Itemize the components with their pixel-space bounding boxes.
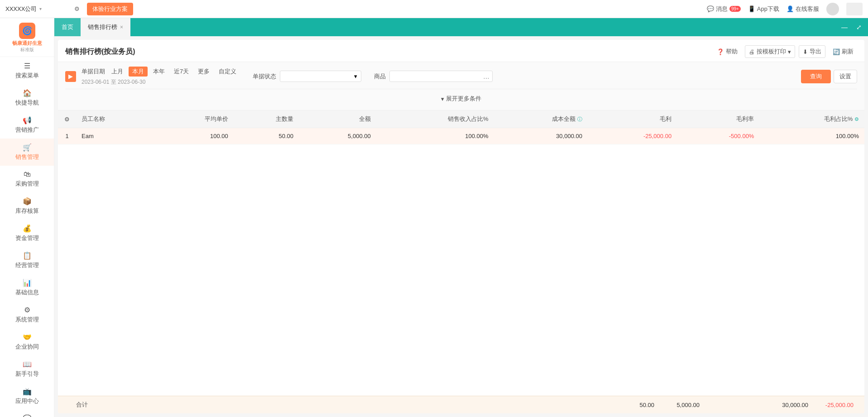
status-select-arrow: ▾ [354, 73, 357, 80]
date-tab-more[interactable]: 更多 [194, 67, 213, 77]
cell-cost: 30,000.00 [494, 128, 588, 144]
sidebar-item-apps[interactable]: 📺 应用中心 [0, 383, 54, 410]
sidebar-item-basic-info[interactable]: 📊 基础信息 [0, 274, 54, 301]
app-download-button[interactable]: 📱 App下载 [748, 5, 779, 13]
filter-row-1: ▶ 单据日期 上月 本月 本年 近7天 更多 自定义 [65, 67, 857, 86]
expand-chevron-icon: ▾ [441, 96, 444, 102]
date-range-display: 2023-06-01 至 2023-06-30 [82, 78, 240, 86]
sidebar-item-label: 系统管理 [15, 316, 39, 324]
main-layout: 🌀 畅康通好生意 标准版 ☰ 搜索菜单 🏠 快捷导航 📢 营销推广 🛒 销售管理… [0, 18, 868, 417]
collab-icon: 🤝 [23, 333, 32, 341]
filter-settings-button[interactable]: 设置 [834, 70, 857, 83]
query-button[interactable]: 查询 [801, 70, 831, 83]
sidebar-item-marketing[interactable]: 📢 营销推广 [0, 111, 54, 139]
tab-sales-ranking[interactable]: 销售排行榜 × [81, 18, 130, 36]
online-service-button[interactable]: 👤 在线客服 [786, 5, 819, 13]
footer-cost: 30,000.00 [768, 402, 814, 408]
col-margin: 毛利率 [677, 110, 759, 128]
col-sales-pct: 销售收入占比% [376, 110, 494, 128]
footer-amount: 5,000.00 [660, 402, 705, 408]
goods-input-wrapper: ... [389, 71, 492, 82]
sidebar-item-label: 采购管理 [15, 180, 39, 188]
date-tab-custom[interactable]: 自定义 [215, 67, 240, 77]
table-body: 1 Eam 100.00 50.00 5,000.00 100.00% 30,0… [58, 128, 864, 144]
table-row[interactable]: 1 Eam 100.00 50.00 5,000.00 100.00% 30,0… [58, 128, 864, 144]
print-icon: 🖨 [749, 48, 755, 55]
settings-icon[interactable]: ⚙ [71, 3, 83, 15]
home-icon: 🏠 [23, 89, 32, 97]
service-icon: 👤 [786, 5, 794, 12]
avatar[interactable] [826, 3, 839, 15]
expand-more-button[interactable]: ▾ 展开更多条件 [438, 92, 484, 105]
sidebar-item-system[interactable]: ⚙ 系统管理 [0, 301, 54, 328]
filter-arrow-button[interactable]: ▶ [65, 71, 76, 82]
print-label: 按模板打印 [757, 48, 786, 56]
sidebar-item-inventory[interactable]: 📦 库存核算 [0, 192, 54, 220]
goods-input[interactable] [390, 71, 480, 81]
sidebar-item-finance[interactable]: 💰 资金管理 [0, 220, 54, 247]
sidebar-item-operations[interactable]: 📋 经营管理 [0, 247, 54, 274]
cell-profit-pct: 100.00% [759, 128, 864, 144]
status-select[interactable]: ▾ [280, 71, 361, 82]
table-container: ⚙ 员工名称 平均单价 主数量 全额 销售收入占比% 成本全额 ⓘ 毛利 毛利率… [58, 110, 864, 396]
refresh-label: 刷新 [842, 48, 854, 56]
page-header: 销售排行榜(按业务员) ❓ 帮助 🖨 按模板打印 ▾ ⬇ 导出 [58, 40, 864, 62]
help-icon: ❓ [717, 48, 724, 55]
page-actions: ❓ 帮助 🖨 按模板打印 ▾ ⬇ 导出 🔄 刷新 [713, 45, 857, 58]
goods-filter-label: 商品 [374, 72, 386, 81]
tab-minimize-icon[interactable]: — [839, 22, 850, 33]
goods-dots[interactable]: ... [480, 72, 492, 81]
sidebar-item-label: 基础信息 [15, 288, 39, 297]
sidebar-item-nav[interactable]: 🏠 快捷导航 [0, 84, 54, 111]
sidebar: 🌀 畅康通好生意 标准版 ☰ 搜索菜单 🏠 快捷导航 📢 营销推广 🛒 销售管理… [0, 18, 54, 417]
sidebar-item-label: 经营管理 [15, 261, 39, 269]
chevron-down-icon: ▾ [39, 6, 42, 11]
sidebar-item-collab[interactable]: 🤝 企业协同 [0, 328, 54, 355]
sidebar-item-guide[interactable]: 📖 新手引导 [0, 355, 54, 383]
date-filter-row: 单据日期 上月 本月 本年 近7天 更多 自定义 [82, 67, 240, 77]
operations-icon: 📋 [23, 251, 32, 260]
sidebar-item-search[interactable]: ☰ 搜索菜单 [0, 57, 54, 84]
col-settings[interactable]: ⚙ [58, 110, 76, 128]
page-title: 销售排行榜(按业务员) [65, 47, 135, 57]
date-tab-last-month[interactable]: 上月 [108, 67, 127, 77]
tab-close-icon[interactable]: × [120, 24, 123, 30]
sidebar-item-purchase[interactable]: 🛍 采购管理 [0, 166, 54, 192]
cost-info-icon[interactable]: ⓘ [577, 116, 582, 122]
profit-pct-info-icon[interactable]: ⚙ [854, 116, 859, 122]
col-amount: 全额 [299, 110, 376, 128]
date-tab-7days[interactable]: 近7天 [170, 67, 192, 77]
message-badge: 99+ [729, 6, 741, 12]
export-label: 导出 [810, 48, 821, 56]
table-header-row: ⚙ 员工名称 平均单价 主数量 全额 销售收入占比% 成本全额 ⓘ 毛利 毛利率… [58, 110, 864, 128]
cell-name: Eam [76, 128, 155, 144]
date-tab-this-year[interactable]: 本年 [149, 67, 168, 77]
date-tab-this-month[interactable]: 本月 [129, 67, 148, 77]
tab-bar: 首页 销售排行榜 × — ⤢ [54, 18, 868, 36]
filter-bar: ▶ 单据日期 上月 本月 本年 近7天 更多 自定义 [58, 62, 864, 110]
company-selector[interactable]: XXXXX公司 ▾ [5, 5, 69, 13]
page-content: 销售排行榜(按业务员) ❓ 帮助 🖨 按模板打印 ▾ ⬇ 导出 [58, 40, 864, 413]
message-label: 消息 [716, 5, 728, 13]
tab-home[interactable]: 首页 [54, 18, 81, 36]
sidebar-item-label: 应用中心 [15, 397, 39, 405]
sidebar-item-label: 销售管理 [15, 153, 39, 161]
export-button[interactable]: ⬇ 导出 [799, 45, 825, 58]
tab-expand-icon[interactable]: ⤢ [854, 22, 864, 33]
sidebar-item-sales[interactable]: 🛒 销售管理 [0, 139, 54, 166]
help-button[interactable]: ❓ 帮助 [713, 46, 741, 58]
sidebar-logo: 🌀 畅康通好生意 标准版 [0, 18, 54, 57]
date-tabs: 上月 本月 本年 近7天 更多 自定义 [108, 67, 240, 77]
print-chevron-icon: ▾ [788, 48, 791, 55]
tab-bar-right: — ⤢ [839, 18, 868, 36]
print-button[interactable]: 🖨 按模板打印 ▾ [745, 45, 795, 58]
footer-qty: 50.00 [614, 402, 660, 408]
marketing-icon: 📢 [23, 116, 32, 125]
refresh-button[interactable]: 🔄 刷新 [829, 46, 857, 58]
export-icon: ⬇ [803, 48, 808, 55]
message-button[interactable]: 💬 消息 99+ [707, 5, 741, 13]
purchase-icon: 🛍 [24, 170, 31, 178]
trial-button[interactable]: 体验行业方案 [87, 3, 133, 15]
sidebar-item-wechat[interactable]: 💬 企业微信 [0, 410, 54, 417]
logo-text: 畅康通好生意 [12, 40, 42, 47]
